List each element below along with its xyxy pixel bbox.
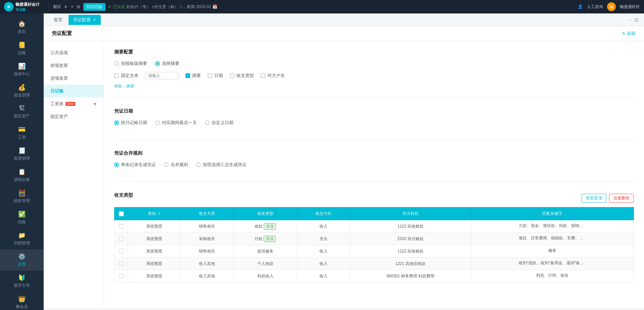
sidebar-item-report-center[interactable]: 📊 报表中心 <box>0 59 44 80</box>
sidebar-item-settlement[interactable]: ✅ 结账 <box>0 207 44 228</box>
left-menu-item-salary-sheet[interactable]: 工资表 NEW ▼ <box>44 98 104 110</box>
sidebar-item-invoice[interactable]: 🧾 发票管理 <box>0 144 44 165</box>
radio-custom-date[interactable]: 自定义日期 <box>205 120 233 126</box>
journal-date-radio-circle <box>114 120 119 125</box>
sidebar-item-fixed-assets[interactable]: 🏗 固定资产 <box>0 102 44 122</box>
table-body: 系统预置 销售相关 收款 置顶 收入 1122 应收账款 欠款、现金、项目款、到… <box>115 220 634 282</box>
assets-icon: 🏗 <box>19 105 25 112</box>
company-dropdown-icon[interactable]: ▼ <box>63 4 68 9</box>
voucher-date-radio-group: 按日记账日期 对应期间最后一天 自定义日期 <box>114 120 634 126</box>
header-divider <box>48 3 49 10</box>
sidebar-item-settings[interactable]: ⚙️ 设置 <box>0 249 44 271</box>
report-icon: 📊 <box>18 63 26 70</box>
header-right: 👤 人工咨询 畅 畅捷通旺旺 <box>578 2 640 11</box>
voucher-date-title: 凭证日期 <box>114 108 634 114</box>
journal-label: 日记账 <box>50 88 63 94</box>
summary-checkbox-row: 固定文本 摘要 日期 <box>114 72 634 79</box>
sidebar-label-fund-management: 资金管理 <box>14 92 30 98</box>
fixed-text-checkbox <box>114 73 119 78</box>
fund-icon: 💰 <box>18 84 26 91</box>
custom-date-label: 自定义日期 <box>212 120 233 126</box>
row-category-1: 系统预置 <box>128 233 181 245</box>
radio-period-last[interactable]: 对应期间最后一天 <box>155 120 197 126</box>
fixed-text-input[interactable] <box>145 72 179 79</box>
sidebar-item-membership[interactable]: 👑 畅会员 <box>0 292 44 310</box>
row-checkbox-2[interactable] <box>115 245 128 258</box>
sidebar-item-tax[interactable]: 🧮 税务管理 <box>0 186 44 207</box>
income-expense-section: 收支类型 更新置顶 批量删除 <box>114 192 634 282</box>
ledger-icon: 📒 <box>18 41 26 49</box>
tab-voucher-config[interactable]: 凭证配置 ✕ <box>69 15 101 25</box>
row-major-type-1: 采购相关 <box>181 233 233 245</box>
row-category-3: 系统预置 <box>128 258 181 270</box>
row-checkbox-4[interactable] <box>115 270 128 282</box>
sidebar-item-purchase-sales[interactable]: 📋 进销台账 <box>0 165 44 186</box>
sidebar-item-home[interactable]: 🏠 首页 <box>0 17 44 38</box>
left-menu-item-sales-invoice[interactable]: 销项发票 <box>44 59 104 72</box>
certified-tag: ✔ 已认证 <box>108 4 125 10</box>
checkbox-fixed-text[interactable]: 固定文本 <box>114 73 138 79</box>
tab-close-icon[interactable]: ✕ <box>93 17 96 22</box>
th-checkbox[interactable] <box>115 207 128 220</box>
left-menu-item-public-options[interactable]: 公共选项 <box>44 46 104 59</box>
settings-icon[interactable]: ⚙ <box>76 4 81 9</box>
calendar-icon[interactable]: 📅 <box>212 4 217 9</box>
counterpart-checkbox-label: 对方户名 <box>267 73 285 79</box>
row-checkbox-0[interactable] <box>115 220 128 233</box>
radio-journal-date[interactable]: 按日记账日期 <box>114 120 147 126</box>
sidebar-item-new-guide[interactable]: 🔰 新手引导 <box>0 271 44 292</box>
top-badge-1[interactable]: 置顶 <box>264 236 276 242</box>
public-options-label: 公共选项 <box>50 50 68 56</box>
switch-version-button[interactable]: 切到旧版 <box>83 3 105 11</box>
row-category-0: 系统预置 <box>128 220 181 233</box>
row-keywords-4: 利息、行转、按自 <box>471 270 634 282</box>
sidebar-item-archive[interactable]: 📁 归档管理 <box>0 228 44 249</box>
row-type-0: 收款 置顶 <box>233 220 297 233</box>
add-icon[interactable]: + <box>71 4 74 10</box>
checkbox-counterpart[interactable]: 对方户名 <box>261 73 285 79</box>
checkbox-income-type[interactable]: 收支类型 <box>230 73 254 79</box>
radio-template[interactable]: 按模板版摘要 <box>114 61 147 67</box>
checkbox-summary[interactable]: 摘要 <box>185 73 201 79</box>
sidebar-item-salary[interactable]: 💳 工资 <box>0 122 44 144</box>
row-type-1: 付款 置顶 <box>233 233 297 245</box>
top-badge-0[interactable]: 置顶 <box>264 223 276 230</box>
radio-summary-gen[interactable]: 按照选择汇总生成凭证 <box>196 162 247 168</box>
batch-delete-button[interactable]: 批量删除 <box>609 194 634 203</box>
tab-home-label: 首页 <box>54 17 62 23</box>
company-name: 测试 <box>53 4 61 10</box>
window-maximize-icon[interactable]: ⊡ <box>635 17 639 23</box>
left-menu-item-purchase-invoice[interactable]: 进项发票 <box>44 72 104 85</box>
radio-select-summary[interactable]: 选择摘要 <box>155 61 179 67</box>
row-checkbox-1[interactable] <box>115 233 128 245</box>
voucher-date-section: 凭证日期 按日记账日期 对应期间最后一天 <box>114 108 634 140</box>
summary-config-section: 摘要配置 按模板版摘要 选择摘要 <box>114 49 634 98</box>
checkbox-date[interactable]: 日期 <box>208 73 223 79</box>
row-category-4: 系统预置 <box>128 270 181 282</box>
sidebar-label-home: 首页 <box>18 29 26 35</box>
row-checkbox-3[interactable] <box>115 258 128 270</box>
update-top-button[interactable]: 更新置顶 <box>582 194 606 203</box>
membership-icon: 👑 <box>18 295 26 303</box>
radio-merge-rule[interactable]: 合并规则 <box>164 162 188 168</box>
sidebar-item-fund-management[interactable]: 💰 资金管理 <box>0 80 44 102</box>
refresh-button[interactable]: ↻ 刷新 <box>622 31 636 37</box>
tab-home[interactable]: 首页 <box>49 15 67 25</box>
merge-rules-section: 凭证合并规则 单条记录生成凭证 合并规则 <box>114 150 634 182</box>
sidebar-label-archive: 归档管理 <box>14 240 30 246</box>
window-minimize-icon[interactable]: － <box>627 17 632 23</box>
journal-date-label: 按日记账日期 <box>121 120 147 126</box>
settings-sidebar-icon: ⚙️ <box>18 253 26 260</box>
left-menu: 公共选项 销项发票 进项发票 日记账 工资表 NEW ▼ <box>44 41 104 308</box>
sidebar-item-general-ledger[interactable]: 📒 总账 <box>0 38 44 59</box>
support-label[interactable]: 人工咨询 <box>587 4 603 10</box>
row-major-type-0: 销售相关 <box>181 220 233 233</box>
left-menu-item-fixed-assets[interactable]: 固定资产 <box>44 110 104 123</box>
radio-select-summary-circle <box>155 61 160 66</box>
radio-single-record[interactable]: 单条记录生成凭证 <box>114 162 156 168</box>
row-major-type-2: 销售相关 <box>181 245 233 258</box>
left-menu-item-journal[interactable]: 日记账 <box>44 85 104 98</box>
sidebar-label-general-ledger: 总账 <box>18 50 26 56</box>
income-expense-title: 收支类型 <box>114 192 133 198</box>
merge-rules-title: 凭证合并规则 <box>114 150 634 156</box>
